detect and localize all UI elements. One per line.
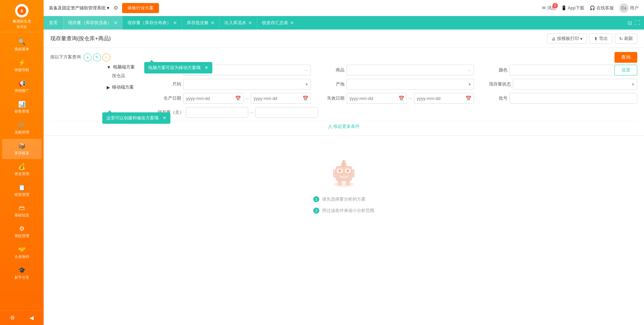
online-support-item[interactable]: 🎧 在线客服 (590, 5, 614, 11)
tab-inout-flow[interactable]: 出入库流水 ✕ (219, 16, 257, 30)
scheme-group-desktop-header[interactable]: ▼ 电脑端方案 (107, 63, 135, 71)
sidebar-settings-btn[interactable]: ⚙ (10, 315, 15, 321)
sidebar-item-collab[interactable]: 🤝 企业协同 (2, 242, 42, 263)
guide-icon: 🎓 (18, 267, 25, 274)
tab-inventory-status[interactable]: 现存量（库存状况表） ✕ (63, 16, 122, 30)
message-badge: 6 (552, 3, 558, 8)
system-icon: ⚙ (19, 225, 24, 232)
query-button[interactable]: 查询 (614, 52, 637, 63)
sidebar-item-marketing[interactable]: 📢 营销推广 (2, 76, 42, 97)
sidebar-item-operations[interactable]: 📋 经营管理 (2, 180, 42, 201)
tab-inventory-status-close[interactable]: ✕ (114, 20, 118, 25)
sidebar-item-purchase-label: 采购管理 (14, 130, 29, 135)
settings-icon[interactable]: ⚙ (113, 5, 118, 11)
sidebar: 6 畅通好生意 标准版 🔍 搜索菜单 ⚡ 快捷导航 📢 营销推广 📊 销售管理 … (0, 0, 44, 325)
collapse-label: 收起更多条件 (333, 123, 360, 129)
sidebar-item-system[interactable]: ⚙ 系统管理 (2, 222, 42, 242)
product-select-ellipsis: ··· (467, 68, 471, 73)
content-area: 现存量查询(按仓库+商品) 🖨 按模板打印 ▾ ⬆ 导出 ↻ 刷新 (44, 30, 644, 325)
svg-text:6: 6 (20, 8, 23, 13)
filter-grid-row1: 仓库 ··· 商品 ··· 颜色 (50, 65, 637, 75)
filter-origin-select[interactable]: ▾ (346, 79, 474, 90)
tab-maximize-btn[interactable]: ⛶ (635, 20, 640, 26)
tab-summary-close[interactable]: ✕ (290, 20, 294, 25)
sidebar-item-marketing-label: 营销推广 (14, 88, 29, 93)
collapse-up-icon: ⋀ (328, 124, 332, 129)
filter-stock-main: 现存量（主） — (158, 107, 318, 118)
tab-batch-account-close[interactable]: ✕ (211, 20, 215, 25)
sidebar-item-inventory[interactable]: 📦 库存核算 (2, 139, 42, 159)
origin-select-arrow: ▾ (469, 82, 471, 87)
exp-date-to-input[interactable] (414, 93, 474, 104)
refresh-btn[interactable]: ↻ 刷新 (615, 34, 637, 44)
sidebar-item-collab-label: 企业协同 (14, 254, 29, 259)
sidebar-item-search-label: 搜索菜单 (14, 47, 29, 52)
operations-icon: 📋 (18, 184, 25, 191)
filter-product-select[interactable]: ··· (346, 65, 474, 75)
exp-date-from-input[interactable] (346, 93, 407, 104)
tab-home[interactable]: 首页 (44, 16, 63, 30)
sidebar-item-search[interactable]: 🔍 搜索菜单 (2, 35, 42, 55)
filter-stock-from-input[interactable] (186, 107, 248, 118)
step-2-label: 用过滤条件来缩小分析范围 (322, 206, 374, 215)
filter-batch-input[interactable] (509, 93, 637, 104)
sidebar-item-purchase[interactable]: 🛒 采购管理 (2, 118, 42, 138)
tooltip-scheme-setting-close[interactable]: ✕ (205, 65, 208, 70)
edit-scheme-btn[interactable]: ✎ (93, 53, 101, 61)
marketing-icon: 📢 (18, 80, 25, 87)
filter-scheme-label: 按以下方案查询 (50, 54, 81, 60)
filter-inv-status-select[interactable]: ▾ (513, 79, 637, 90)
tooltip-create-scheme-close[interactable]: ✕ (163, 115, 166, 120)
tab-summary[interactable]: 收发存汇总表 ✕ (257, 16, 299, 30)
dropdown-arrow-icon: ▾ (107, 5, 109, 10)
tab-inventory-dist-close[interactable]: ✕ (173, 20, 177, 25)
add-scheme-btn[interactable]: + (84, 53, 92, 61)
filter-stock-to-input[interactable] (255, 107, 318, 118)
tab-batch-account[interactable]: 库存批次账 ✕ (182, 16, 219, 30)
print-btn[interactable]: 🖨 按模板打印 ▾ (547, 34, 587, 44)
prod-date-to-input[interactable] (251, 93, 311, 104)
prod-date-sep: — (245, 96, 249, 101)
filter-color-label: 颜色 (484, 67, 507, 73)
filter-batch: 批号 (484, 93, 637, 104)
filter-size-label: 尺码 (158, 81, 181, 87)
system-title: 装备及固定资产辅助管理系统 (49, 5, 106, 11)
prod-date-from-input[interactable] (183, 93, 244, 104)
sidebar-item-quicknav[interactable]: ⚡ 快捷导航 (2, 56, 42, 76)
sidebar-item-sales[interactable]: 📊 销售管理 (2, 97, 42, 117)
filter-scheme-actions: + ✎ ← (84, 53, 110, 61)
filter-size-select[interactable]: ▾ (183, 79, 311, 90)
filter-grid-row2: 尺码 ▾ 产地 ▾ 现存量状态 (50, 79, 637, 90)
sidebar-item-sales-label: 销售管理 (14, 109, 29, 114)
filter-origin: 产地 ▾ (321, 79, 474, 90)
sidebar-item-basic-info[interactable]: 🗃 基础信息 (2, 201, 42, 221)
scheme-group-mobile: ▶ 移动端方案 (107, 83, 135, 92)
scheme-group-desktop: ▼ 电脑端方案 按仓品 (107, 63, 135, 80)
sidebar-item-guide[interactable]: 🎓 新手引导 (2, 263, 42, 283)
sidebar-item-finance[interactable]: 💰 资金管理 (2, 160, 42, 180)
tab-inventory-status-label: 现存量（库存状况表） (68, 20, 112, 26)
top-header: 装备及固定资产辅助管理系统 ▾ ⚙ 体验行业方案 ✉ 消息 6 📱 App下载 … (44, 0, 644, 16)
sidebar-collapse-btn[interactable]: ◀ (30, 315, 34, 321)
sidebar-item-inventory-label: 库存核算 (14, 151, 29, 156)
svg-point-7 (346, 169, 349, 172)
tab-minimize-btn[interactable]: ⊟ (628, 20, 632, 26)
page-title: 现存量查询(按仓库+商品) (50, 35, 111, 42)
export-btn[interactable]: ⬆ 导出 (590, 34, 612, 44)
print-dropdown-icon: ▾ (580, 36, 583, 41)
scheme-item-by-warehouse[interactable]: 按仓品 (107, 71, 135, 80)
tab-inventory-dist[interactable]: 现存量（库存分布表） ✕ (122, 16, 182, 30)
tab-batch-account-label: 库存批次账 (187, 20, 209, 26)
tab-inout-flow-close[interactable]: ✕ (248, 20, 252, 25)
industry-btn[interactable]: 体验行业方案 (122, 3, 159, 13)
back-scheme-btn[interactable]: ← (102, 53, 110, 61)
app-download-item[interactable]: 📱 App下载 (561, 5, 584, 11)
reset-button[interactable]: 设置 (614, 65, 637, 75)
message-item[interactable]: ✉ 消息 6 (542, 5, 556, 11)
stock-sep: — (250, 110, 254, 115)
user-item[interactable]: Ea 用户 (619, 3, 639, 13)
scheme-group-mobile-header[interactable]: ▶ 移动端方案 (107, 83, 135, 92)
system-title-dropdown[interactable]: 装备及固定资产辅助管理系统 ▾ (49, 5, 109, 11)
print-icon: 🖨 (551, 36, 556, 41)
quicknav-icon: ⚡ (18, 59, 25, 66)
